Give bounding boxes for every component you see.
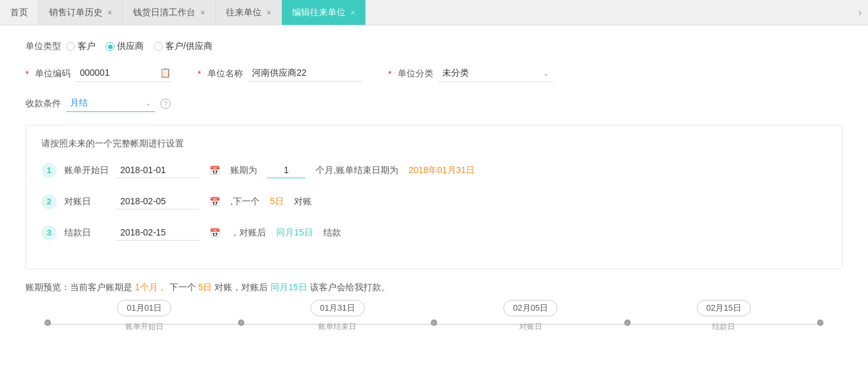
- timeline-container: 01月01日 账单开始日 01月31日 账单结束日 02月05日 对账日: [25, 306, 843, 339]
- preview-reconcile-day: 5日: [198, 282, 212, 292]
- step-1-period-input[interactable]: [267, 162, 305, 178]
- step-1-date-input[interactable]: [116, 162, 199, 178]
- unit-code-group: * 单位编码 📋: [25, 65, 172, 82]
- step-3-calendar-icon[interactable]: 📅: [209, 228, 220, 238]
- timeline-dot-1: [45, 320, 51, 326]
- step-2-highlight: 5日: [270, 196, 284, 208]
- step-1-period-end: 2018年01月31日: [409, 165, 475, 176]
- unit-code-input-wrapper: 📋: [76, 65, 172, 82]
- radio-supplier-label: 供应商: [117, 41, 144, 52]
- step-2-date-input[interactable]: [116, 194, 199, 209]
- step-3-label: 结款日: [64, 227, 109, 239]
- preview-label: 账期预览：当前客户账期是: [25, 282, 132, 292]
- timeline-date-box-3: 02月05日: [503, 300, 557, 316]
- unit-category-arrow: ⌄: [543, 69, 549, 78]
- timeline-point-5: [817, 320, 823, 326]
- timeline-dot-2: [238, 320, 244, 326]
- radio-customer-label: 客户: [78, 41, 95, 52]
- step-1-middle-text: 账期为: [230, 165, 257, 176]
- unit-category-label: 单位分类: [398, 68, 433, 80]
- unit-name-star: *: [197, 69, 200, 79]
- timeline-dot-4: [624, 320, 631, 326]
- payment-terms-value: 月结: [70, 97, 143, 109]
- timeline-dot-3: [431, 320, 437, 326]
- radio-customer-circle: [66, 42, 75, 51]
- tab-overflow-arrow[interactable]: ›: [852, 0, 868, 25]
- timeline-date-box-4: 02月15日: [697, 300, 751, 316]
- step-3-highlight: 同月15日: [276, 227, 313, 239]
- timeline-point-2: [238, 320, 244, 326]
- unit-type-group: 单位类型 客户 供应商 客户/供应商: [25, 41, 213, 52]
- step-3-prefix: ，对账后: [230, 227, 266, 239]
- step-3-row: 3 结款日 📅 ，对账后 同月15日 结款: [41, 225, 827, 241]
- tab-partner-close[interactable]: ×: [267, 8, 271, 17]
- timeline-label-4: 结款日: [712, 321, 735, 332]
- unit-fields-row: * 单位编码 📋 * 单位名称 * 单位分类 未分类 ⌄: [25, 65, 843, 82]
- step-2-number: 2: [41, 194, 57, 209]
- radio-both-circle: [154, 42, 163, 51]
- radio-both-label: 客户/供应商: [165, 41, 213, 52]
- preview-text: 账期预览：当前客户账期是 1个月， 下一个 5日 对账，对账后 同月15日 该客…: [25, 282, 843, 293]
- timeline-label-2: 账单结束日: [318, 321, 356, 332]
- timeline-date-box-1: 01月01日: [117, 300, 171, 316]
- step-2-row: 2 对账日 📅 ,下一个 5日 对账: [41, 194, 827, 209]
- tab-sales-history-label: 销售订单历史: [49, 7, 102, 18]
- unit-category-select[interactable]: 未分类 ⌄: [438, 65, 553, 82]
- unit-code-star: *: [25, 69, 29, 79]
- billing-period-card: 请按照未来的一个完整帐期进行设置 1 账单开始日 📅 账期为 个月,账单结束日期…: [25, 125, 843, 269]
- tab-edit-partner-close[interactable]: ×: [351, 8, 355, 17]
- radio-group: 客户 供应商 客户/供应商: [66, 41, 213, 52]
- tab-home-label: 首页: [10, 7, 28, 18]
- tab-edit-partner[interactable]: 编辑往来单位 ×: [282, 0, 366, 25]
- unit-code-copy-icon[interactable]: 📋: [158, 66, 172, 79]
- radio-supplier[interactable]: 供应商: [106, 41, 144, 52]
- payment-terms-row: 收款条件 月结 ⌄ ?: [25, 95, 843, 112]
- timeline-segment-1: 01月01日 账单开始日: [51, 300, 238, 332]
- unit-name-group: * 单位名称: [197, 66, 362, 81]
- unit-type-label: 单位类型: [25, 41, 61, 52]
- timeline-segment-3: 02月05日 对账日: [437, 300, 624, 332]
- payment-terms-arrow: ⌄: [145, 99, 151, 108]
- tab-bar: 首页 销售订单历史 × 钱货日清工作台 × 往来单位 × 编辑往来单位 × ›: [0, 0, 868, 25]
- step-2-label: 对账日: [64, 196, 109, 208]
- radio-customer[interactable]: 客户: [66, 41, 95, 52]
- payment-terms-help-icon[interactable]: ?: [160, 99, 171, 109]
- tab-home[interactable]: 首页: [0, 0, 39, 25]
- timeline-segment-4: 02月15日 结款日: [631, 300, 818, 332]
- timeline-point-4: [624, 320, 631, 326]
- radio-supplier-circle: [106, 42, 115, 51]
- step-2-calendar-icon[interactable]: 📅: [209, 197, 220, 207]
- tab-sales-history[interactable]: 销售订单历史 ×: [39, 0, 123, 25]
- tab-cash-desk-label: 钱货日清工作台: [133, 7, 195, 18]
- step-2-prefix: ,下一个: [230, 196, 260, 208]
- timeline-segment-2: 01月31日 账单结束日: [244, 300, 431, 332]
- step-1-number: 1: [41, 163, 57, 178]
- step-1-label: 账单开始日: [64, 165, 109, 176]
- tab-sales-history-close[interactable]: ×: [108, 8, 112, 17]
- unit-code-input[interactable]: [76, 65, 158, 80]
- unit-category-star: *: [388, 69, 391, 79]
- tab-cash-desk-close[interactable]: ×: [200, 8, 205, 17]
- tab-partner[interactable]: 往来单位 ×: [216, 0, 282, 25]
- step-1-calendar-icon[interactable]: 📅: [209, 165, 220, 176]
- timeline-point-3: [431, 320, 437, 326]
- step-3-date-input[interactable]: [116, 225, 199, 241]
- timeline-point-1: [45, 320, 51, 326]
- timeline-date-box-2: 01月31日: [311, 300, 365, 316]
- timeline-label-1: 账单开始日: [125, 321, 164, 332]
- preview-payment-day: 同月15日: [270, 282, 307, 292]
- unit-type-row: 单位类型 客户 供应商 客户/供应商: [25, 41, 843, 52]
- step-1-row: 1 账单开始日 📅 账期为 个月,账单结束日期为 2018年01月31日: [41, 162, 827, 178]
- preview-reconcile-text: 对账，对账后: [214, 282, 268, 292]
- step-1-period-unit: 个月,账单结束日期为: [316, 165, 398, 176]
- tab-cash-desk[interactable]: 钱货日清工作台 ×: [123, 0, 216, 25]
- payment-terms-label: 收款条件: [25, 98, 61, 109]
- radio-both[interactable]: 客户/供应商: [154, 41, 213, 52]
- preview-reconcile-prefix: 下一个: [169, 282, 196, 292]
- payment-terms-select[interactable]: 月结 ⌄: [66, 95, 155, 112]
- card-title: 请按照未来的一个完整帐期进行设置: [41, 138, 827, 150]
- preview-period: 1个月，: [135, 282, 167, 292]
- timeline-dot-5: [817, 320, 823, 326]
- unit-name-label: 单位名称: [207, 68, 243, 80]
- unit-name-input[interactable]: [248, 66, 363, 81]
